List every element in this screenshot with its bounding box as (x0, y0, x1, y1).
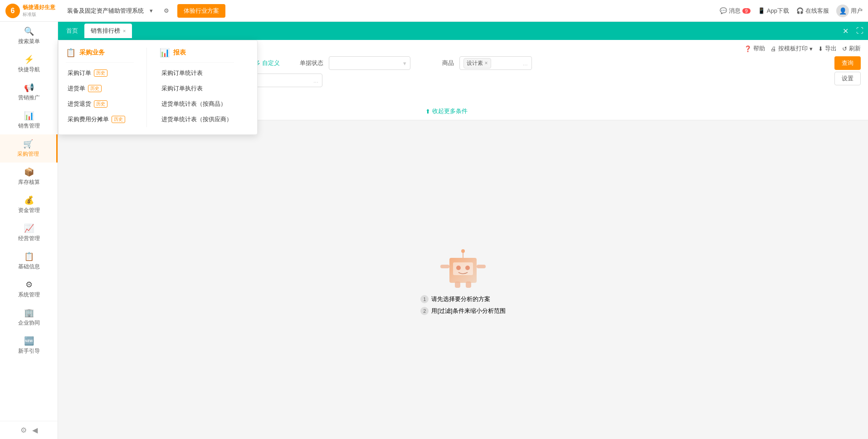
dropdown-item-purchase-order-stat[interactable]: 采购订单统计表 (160, 65, 234, 81)
step-2-num: 2 (420, 307, 429, 315)
sidebar-item-operations[interactable]: 📈 经营管理 (0, 219, 58, 247)
dropdown-item-purchase-expense[interactable]: 采购费用分摊单 历史 (66, 112, 134, 127)
logo-text: 畅捷通好生意 标准版 (23, 4, 55, 18)
dropdown-item-incoming-stat-goods[interactable]: 进货单统计表（按商品） (160, 96, 234, 112)
goods-filter-input[interactable]: 设计素 × ... (459, 56, 532, 70)
set-button[interactable]: 设置 (834, 72, 861, 85)
sidebar-item-inventory[interactable]: 📦 库存核算 (0, 163, 58, 191)
sales-icon: 📊 (24, 111, 34, 121)
tab-close-all-icon[interactable]: ✕ (839, 25, 852, 37)
logo-icon: 6 (5, 4, 20, 18)
dropdown-report-header: 📊 报表 (160, 48, 234, 63)
purchase-expense-hist[interactable]: 历史 (112, 116, 125, 123)
avatar: 👤 (836, 5, 849, 17)
top-right-area: 💬 消息 9 📱 App下载 🎧 在线客服 👤 用户 (720, 5, 863, 17)
refresh-icon: ↺ (842, 45, 847, 52)
report-header-icon: 📊 (160, 48, 170, 58)
dropdown-item-incoming[interactable]: 进货单 历史 (66, 81, 134, 96)
search-icon: 🔍 (24, 26, 34, 36)
messages-button[interactable]: 💬 消息 9 (720, 7, 751, 15)
incoming-return-label: 进货退货 (68, 100, 91, 108)
sidebar-item-finance[interactable]: 💰 资金管理 (0, 191, 58, 219)
app-download-button[interactable]: 📱 App下载 (758, 7, 789, 15)
goods-tag-text: 设计素 (467, 59, 483, 67)
dropdown-item-purchase-order[interactable]: 采购订单 历史 (66, 65, 134, 81)
empty-step-1: 1 请先选择要分析的方案 (420, 295, 505, 303)
purchase-order-exec-label: 采购订单执行表 (161, 84, 203, 93)
purchase-expense-label: 采购费用分摊单 (68, 115, 109, 123)
user-button[interactable]: 👤 用户 (836, 5, 863, 17)
goods-more-dots[interactable]: ... (523, 60, 528, 67)
sidebar-label-sales: 销售管理 (18, 122, 40, 130)
status-dropdown-icon: ▾ (403, 60, 406, 67)
incoming-return-hist[interactable]: 历史 (94, 100, 107, 108)
sidebar-item-quick-nav[interactable]: ⚡ 快捷导航 (0, 50, 58, 78)
step-1-num: 1 (420, 295, 429, 303)
collapse-icon: ⬆ (425, 108, 430, 115)
sidebar-item-purchase[interactable]: 🛒 采购管理 (0, 134, 58, 163)
sidebar-label-search: 搜索菜单 (18, 38, 40, 45)
export-icon: ⬇ (818, 45, 823, 52)
sidebar-label-basic: 基础信息 (18, 263, 40, 271)
purchase-order-hist[interactable]: 历史 (94, 69, 107, 77)
marketing-icon: 📢 (24, 83, 34, 93)
system-icon: ⚙ (25, 280, 33, 290)
top-bar: 6 畅捷通好生意 标准版 装备及固定资产辅助管理系统 ▾ ⚙ 体验行业方案 💬 … (0, 0, 868, 22)
collapse-label: 收起更多条件 (432, 107, 468, 115)
tab-close-icon[interactable]: × (123, 28, 126, 34)
title-dropdown-icon[interactable]: ▾ (147, 7, 155, 15)
tab-maximize-icon[interactable]: ⛶ (853, 25, 866, 37)
tab-home-label: 首页 (66, 27, 78, 35)
tab-sales-rank-label: 销售排行榜 (91, 27, 120, 35)
template-print-button[interactable]: 🖨 按模板打印 ▾ (770, 44, 813, 53)
tab-home[interactable]: 首页 (60, 24, 84, 38)
settings-icon[interactable]: ⚙ (160, 5, 173, 17)
sidebar-label-operations: 经营管理 (18, 235, 40, 242)
sidebar-settings-button[interactable]: ⚙ (20, 426, 27, 434)
sidebar: 🔍 搜索菜单 ⚡ 快捷导航 📢 营销推广 📊 销售管理 🛒 采购管理 📦 (0, 22, 58, 439)
sidebar-item-basic[interactable]: 📋 基础信息 (0, 247, 58, 275)
salesman-more[interactable]: ... (313, 77, 318, 84)
help-icon: ❓ (744, 45, 751, 52)
sidebar-label-quick-nav: 快捷导航 (18, 66, 40, 74)
export-button[interactable]: ⬇ 导出 (818, 44, 837, 53)
dropdown-report-col: 📊 报表 采购订单统计表 采购订单执行表 进货单统计表（按商品） 进货单统计表（… (160, 48, 234, 127)
empty-illustration (436, 244, 490, 290)
sidebar-item-marketing[interactable]: 📢 营销推广 (0, 78, 58, 106)
shortcut-custom[interactable]: 自定义 (262, 59, 280, 67)
sidebar-item-search[interactable]: 🔍 搜索菜单 (0, 22, 58, 50)
solution-button[interactable]: 体验行业方案 (177, 4, 225, 18)
main-area: 🔍 搜索菜单 ⚡ 快捷导航 📢 营销推广 📊 销售管理 🛒 采购管理 📦 (0, 22, 868, 439)
status-filter-label: 单据状态 (296, 59, 323, 67)
sidebar-label-guide: 新手引导 (18, 347, 40, 355)
online-service-button[interactable]: 🎧 在线客服 (796, 7, 829, 15)
quick-nav-icon: ⚡ (24, 54, 34, 64)
dropdown-purchase-header: 📋 采购业务 (66, 48, 134, 63)
dropdown-item-purchase-order-exec[interactable]: 采购订单执行表 (160, 81, 234, 96)
incoming-hist[interactable]: 历史 (88, 85, 102, 92)
sidebar-label-finance: 资金管理 (18, 207, 40, 214)
app-download-label: App下载 (767, 7, 789, 15)
query-button[interactable]: 查询 (834, 56, 861, 70)
tab-sales-rank[interactable]: 销售排行榜 × (84, 24, 132, 38)
empty-instructions: 1 请先选择要分析的方案 2 用[过滤]条件来缩小分析范围 (420, 295, 505, 315)
sidebar-item-guide[interactable]: 🆕 新手引导 (0, 331, 58, 360)
sidebar-item-system[interactable]: ⚙ 系统管理 (0, 275, 58, 303)
goods-tag-close[interactable]: × (485, 60, 488, 66)
sidebar-label-purchase: 采购管理 (17, 150, 39, 158)
headset-icon: 🎧 (796, 7, 804, 14)
purchase-header-icon: 📋 (66, 48, 76, 58)
report-header-text: 报表 (173, 49, 186, 57)
refresh-button[interactable]: ↺ 刷新 (842, 44, 861, 53)
sidebar-item-enterprise[interactable]: 🏢 企业协同 (0, 303, 58, 331)
sidebar-item-sales[interactable]: 📊 销售管理 (0, 106, 58, 134)
help-button[interactable]: ❓ 帮助 (744, 44, 765, 53)
svg-point-2 (456, 266, 461, 270)
step-2-text: 用[过滤]条件来缩小分析范围 (431, 307, 505, 315)
finance-icon: 💰 (24, 195, 34, 205)
dropdown-item-incoming-return[interactable]: 进货退货 历史 (66, 96, 134, 112)
status-filter-input[interactable]: ▾ (329, 56, 410, 70)
sidebar-collapse-button[interactable]: ◀ (32, 426, 38, 434)
dropdown-item-incoming-stat-supplier[interactable]: 进货单统计表（按供应商） (160, 112, 234, 127)
guide-icon: 🆕 (24, 336, 34, 346)
